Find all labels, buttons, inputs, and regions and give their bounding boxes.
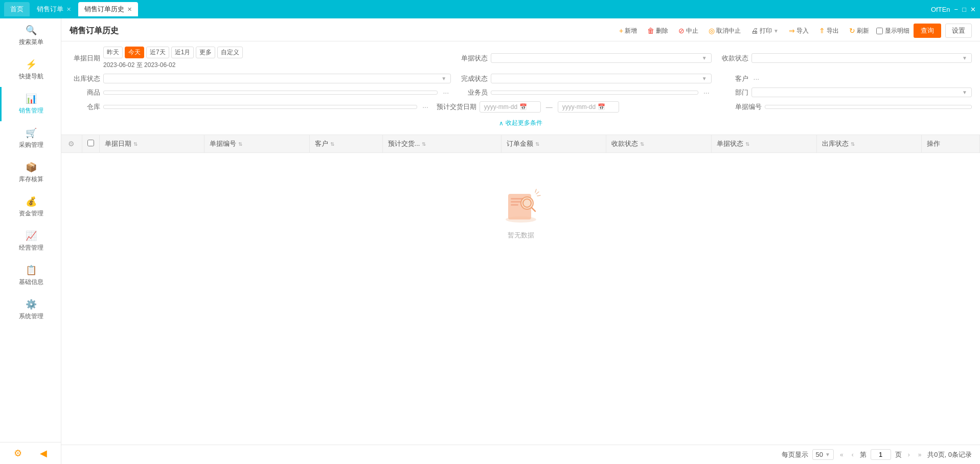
sort-icon-out-status[interactable]: ⇅ bbox=[851, 141, 855, 147]
page-size-value: 50 bbox=[816, 451, 823, 458]
sort-icon-order-amount[interactable]: ⇅ bbox=[535, 141, 539, 147]
product-dots[interactable]: ··· bbox=[441, 89, 451, 97]
window-close-btn[interactable]: ✕ bbox=[970, 6, 976, 13]
sort-icon-payment-status[interactable]: ⇅ bbox=[640, 141, 644, 147]
refresh-label: 刷新 bbox=[857, 27, 869, 35]
sort-icon-customer[interactable]: ⇅ bbox=[330, 141, 334, 147]
select-all-checkbox[interactable] bbox=[87, 140, 94, 146]
query-btn[interactable]: 查询 bbox=[914, 24, 941, 38]
svg-line-10 bbox=[535, 189, 536, 192]
window-min-btn[interactable]: − bbox=[954, 6, 959, 13]
page-size-select[interactable]: 50 ▼ bbox=[812, 449, 834, 460]
doc-status-chevron: ▼ bbox=[702, 55, 707, 61]
sidebar-item-sys-mgmt[interactable]: ⚙️ 系统管理 bbox=[0, 293, 61, 327]
sales-mgmt-icon: 📊 bbox=[26, 93, 37, 104]
import-icon: ⇒ bbox=[789, 27, 795, 35]
payment-status-select[interactable]: ▼ bbox=[751, 53, 972, 63]
svg-line-7 bbox=[532, 208, 535, 211]
sidebar-item-quick-nav[interactable]: ⚡ 快捷导航 bbox=[0, 53, 61, 87]
print-btn[interactable]: 🖨 打印 ▼ bbox=[748, 25, 782, 37]
cancel-stop-btn[interactable]: ◎ 取消中止 bbox=[705, 25, 744, 37]
date-btn-more[interactable]: 更多 bbox=[196, 47, 215, 58]
delivery-date-to[interactable]: yyyy-mm-dd 📅 bbox=[558, 101, 619, 113]
display-cols-checkbox[interactable] bbox=[876, 28, 883, 34]
sidebar-item-operations[interactable]: 📈 经营管理 bbox=[0, 224, 61, 258]
empty-state: 暂无数据 bbox=[61, 153, 980, 271]
th-checkbox bbox=[82, 135, 99, 153]
collapse-icon: ∧ bbox=[499, 120, 504, 127]
window-max-btn[interactable]: □ bbox=[962, 6, 966, 13]
base-info-icon: 📋 bbox=[26, 264, 37, 276]
delete-btn[interactable]: 🗑 删除 bbox=[644, 25, 671, 37]
sidebar-item-inventory[interactable]: 📦 库存核算 bbox=[0, 156, 61, 190]
dept-select[interactable]: ▼ bbox=[751, 87, 972, 97]
date-btn-today[interactable]: 今天 bbox=[125, 47, 144, 58]
customer-dots[interactable]: ··· bbox=[751, 75, 762, 83]
warehouse-dots[interactable]: ··· bbox=[420, 103, 430, 111]
table-area: ⚙ 单据日期 ⇅ 单据编号 bbox=[61, 135, 980, 445]
sidebar-item-finance[interactable]: 💰 资金管理 bbox=[0, 190, 61, 224]
tab-sales-order-close[interactable]: ✕ bbox=[66, 6, 71, 13]
sort-icon-doc-date[interactable]: ⇅ bbox=[133, 141, 138, 147]
sort-icon-delivery-date[interactable]: ⇅ bbox=[422, 141, 426, 147]
sidebar-collapse-icon[interactable]: ◀ bbox=[40, 448, 47, 459]
dept-label: 部门 bbox=[718, 88, 748, 97]
sidebar-settings-icon[interactable]: ⚙ bbox=[14, 448, 22, 459]
th-order-amount-label: 订单金额 bbox=[507, 139, 533, 148]
sidebar-item-search-menu[interactable]: 🔍 搜索菜单 bbox=[0, 18, 61, 53]
new-btn[interactable]: + 新增 bbox=[616, 25, 640, 37]
delivery-date-from[interactable]: yyyy-mm-dd 📅 bbox=[480, 101, 541, 113]
th-doc-status-label: 单据状态 bbox=[717, 139, 743, 148]
sidebar-item-sales-mgmt[interactable]: 📊 销售管理 bbox=[0, 87, 61, 121]
calendar-icon-from[interactable]: 📅 bbox=[519, 103, 527, 111]
stop-btn[interactable]: ⊘ 中止 bbox=[675, 25, 701, 37]
refresh-btn[interactable]: ↻ 刷新 bbox=[846, 25, 872, 37]
complete-status-chevron: ▼ bbox=[702, 76, 707, 81]
th-doc-status: 单据状态 ⇅ bbox=[711, 135, 816, 153]
current-page-input[interactable] bbox=[871, 449, 891, 460]
product-input[interactable] bbox=[103, 91, 438, 95]
calendar-icon-to[interactable]: 📅 bbox=[598, 103, 605, 111]
last-page-btn[interactable]: » bbox=[916, 450, 924, 459]
salesperson-label: 业务员 bbox=[457, 88, 488, 97]
new-label: 新增 bbox=[625, 27, 637, 35]
salesperson-input[interactable] bbox=[491, 91, 698, 95]
tab-home-label: 首页 bbox=[10, 5, 24, 14]
warehouse-input[interactable] bbox=[103, 105, 417, 109]
date-btn-yesterday[interactable]: 昨天 bbox=[103, 47, 123, 58]
tab-sales-order-history-close[interactable]: ✕ bbox=[127, 6, 132, 13]
print-icon: 🖨 bbox=[751, 27, 758, 35]
filter-row-2: 出库状态 ▼ 完成状态 ▼ 客户 ··· bbox=[70, 74, 972, 83]
date-btn-custom[interactable]: 自定义 bbox=[217, 47, 243, 58]
prev-page-btn[interactable]: ‹ bbox=[850, 450, 856, 459]
import-btn[interactable]: ⇒ 导入 bbox=[786, 25, 812, 37]
tab-sales-order-history[interactable]: 销售订单历史 ✕ bbox=[78, 2, 138, 16]
sidebar-label-sys-mgmt: 系统管理 bbox=[19, 312, 43, 321]
first-page-btn[interactable]: « bbox=[838, 450, 846, 459]
sort-icon-doc-status[interactable]: ⇅ bbox=[745, 141, 749, 147]
next-page-btn[interactable]: › bbox=[906, 450, 912, 459]
filter-group-delivery-date: 预计交货日期 yyyy-mm-dd 📅 — yyyy-mm-dd 📅 bbox=[437, 101, 725, 113]
print-label: 打印 bbox=[760, 27, 772, 35]
export-btn[interactable]: ⇑ 导出 bbox=[816, 25, 842, 37]
out-status-select[interactable]: ▼ bbox=[103, 74, 451, 83]
sort-icon-doc-number[interactable]: ⇅ bbox=[238, 141, 242, 147]
setting-btn[interactable]: 设置 bbox=[945, 24, 972, 38]
th-delivery-date-label: 预计交货... bbox=[388, 139, 420, 148]
delivery-date-to-placeholder: yyyy-mm-dd bbox=[562, 103, 596, 111]
collapse-btn[interactable]: ∧ 收起更多条件 bbox=[499, 117, 542, 129]
product-label: 商品 bbox=[70, 88, 100, 97]
refresh-icon: ↻ bbox=[849, 27, 855, 35]
doc-number-input[interactable] bbox=[765, 105, 972, 109]
complete-status-select[interactable]: ▼ bbox=[491, 74, 711, 83]
tab-sales-order[interactable]: 销售订单 ✕ bbox=[31, 2, 77, 16]
salesperson-dots[interactable]: ··· bbox=[701, 89, 712, 97]
doc-status-select[interactable]: ▼ bbox=[491, 53, 711, 63]
tab-home[interactable]: 首页 bbox=[4, 2, 30, 16]
column-settings-icon[interactable]: ⚙ bbox=[68, 140, 75, 148]
th-payment-status: 收款状态 ⇅ bbox=[606, 135, 712, 153]
sidebar-item-base-info[interactable]: 📋 基础信息 bbox=[0, 258, 61, 293]
date-btn-1month[interactable]: 近1月 bbox=[171, 47, 194, 58]
date-btn-7days[interactable]: 近7天 bbox=[146, 47, 169, 58]
sidebar-item-purchase-mgmt[interactable]: 🛒 采购管理 bbox=[0, 121, 61, 156]
